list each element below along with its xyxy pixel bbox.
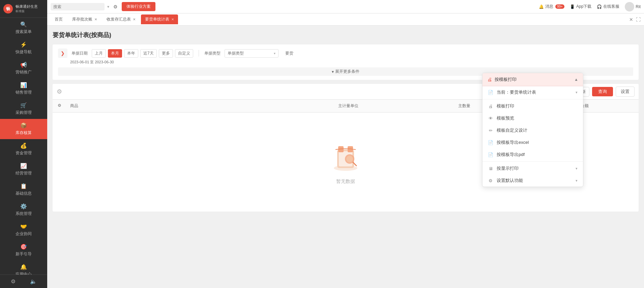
query-btn[interactable]: 查询 — [592, 87, 613, 96]
dropdown-header: 🖨 按模板打印 ▲ — [482, 73, 583, 86]
sidebar-item-guide[interactable]: 🎯 新手引导 — [0, 240, 47, 260]
tab-batch-close[interactable]: ✕ — [94, 18, 97, 21]
template-current-icon: 📄 — [488, 90, 493, 95]
dropdown-current-template[interactable]: 📄 当前：要货单统计表 ▾ — [482, 86, 583, 98]
date-btn-prev-month[interactable]: 上月 — [92, 49, 106, 58]
sidebar-item-marketing[interactable]: 📢 营销推广 — [0, 58, 47, 78]
sidebar-item-search[interactable]: 🔍 搜索菜单 — [0, 18, 47, 38]
tab-order-stats-close[interactable]: ✕ — [171, 18, 174, 21]
system-icon: ⚙️ — [20, 203, 27, 210]
sidebar-item-basic[interactable]: 📋 基础信息 — [0, 180, 47, 200]
dropdown-item-template-preview[interactable]: 👁 模板预览 — [482, 112, 583, 124]
logo-icon: 畅 — [3, 4, 13, 13]
app-download-item[interactable]: 📱 App下载 — [570, 4, 591, 9]
sound-icon[interactable]: 🔈 — [30, 278, 37, 285]
notifications-item[interactable]: 🔔 消息 99+ — [539, 4, 564, 9]
order-status-label: 要货 — [285, 51, 293, 56]
dropdown-collapse-arrow[interactable]: ▲ — [574, 77, 578, 82]
template-print-icon: 🖨 — [488, 104, 493, 109]
search-dropdown-arrow[interactable]: ▾ — [107, 4, 109, 9]
sidebar-item-inventory[interactable]: 📦 库存核算 — [0, 119, 47, 139]
avatar — [625, 2, 634, 11]
order-status-filter: 要货 — [285, 51, 293, 56]
shortcut-icon: ⚡ — [20, 41, 27, 48]
app-name: 畅康通好生意 — [16, 4, 38, 9]
sidebar-item-label: 资金管理 — [16, 150, 32, 156]
topbar-gear-icon[interactable]: ⚙ — [113, 4, 118, 9]
template-preview-icon: 👁 — [488, 116, 493, 121]
sidebar-item-label: 库存核算 — [16, 130, 32, 136]
dropdown-item-template-design[interactable]: ✏ 模板自定义设计 — [482, 124, 583, 136]
sidebar-item-label: 采购管理 — [16, 110, 32, 116]
tab-collection-close[interactable]: ✕ — [133, 18, 136, 21]
sidebar-item-shortcut[interactable]: ⚡ 快捷导航 — [0, 38, 47, 58]
dropdown-default-func-label: 设置默认功能 — [497, 178, 523, 184]
tab-order-stats[interactable]: 要货单统计表 ✕ — [141, 14, 178, 24]
sidebar-item-label: 快捷导航 — [16, 49, 32, 55]
tab-collection-label: 收发存汇总表 — [107, 17, 131, 22]
collab-icon: 🤝 — [20, 223, 27, 230]
tab-batch[interactable]: 库存批次账 ✕ — [68, 14, 101, 24]
dropdown-display-print[interactable]: 🖥 按显示打印 ▾ — [482, 162, 583, 174]
dropdown-item-template-excel[interactable]: 📄 按模板导出excel — [482, 136, 583, 149]
filter-row-1: ❯ 单据日期 上月 本月 本年 近7天 更多 自定义 单据类型 单据类型 ▾ — [58, 49, 633, 58]
col-settings[interactable]: ⚙ — [53, 100, 66, 112]
date-btn-current-year[interactable]: 本年 — [124, 49, 138, 58]
dropdown-default-func[interactable]: ⚙ 设置默认功能 ▾ — [482, 174, 583, 187]
display-print-arrow: ▾ — [576, 166, 578, 171]
dropdown-divider-1 — [482, 99, 583, 99]
user-avatar-item[interactable]: Rit — [625, 2, 641, 11]
sidebar-item-sales[interactable]: 📊 销售管理 — [0, 78, 47, 99]
sidebar-bottom: ⚙ 🔈 — [0, 275, 47, 288]
tabbar-right: ✕ ⛶ — [629, 17, 641, 22]
type-select[interactable]: 单据类型 ▾ — [225, 49, 279, 58]
sidebar-item-finance[interactable]: 💰 资金管理 — [0, 139, 47, 159]
tab-collection[interactable]: 收发存汇总表 ✕ — [103, 14, 140, 24]
headset-icon: 🎧 — [597, 4, 602, 9]
filter-expand-arrow[interactable]: ❯ — [58, 49, 67, 58]
dropdown-item-label: 模板打印 — [497, 103, 514, 109]
online-service-label: 在线客服 — [603, 4, 619, 9]
dropdown-item-template-pdf[interactable]: 📄 按模板导出pdf — [482, 149, 583, 161]
sidebar-item-purchase[interactable]: 🛒 采购管理 — [0, 99, 47, 119]
notification-badge: 99+ — [555, 4, 564, 9]
date-btn-more[interactable]: 更多 — [159, 49, 173, 58]
tab-home[interactable]: 首页 — [51, 14, 67, 24]
date-range-display: 2023-06-01 至 2023-06-30 — [58, 59, 633, 65]
filter-divider — [199, 50, 199, 57]
date-btn-custom[interactable]: 自定义 — [175, 49, 193, 58]
sidebar-item-collab[interactable]: 🤝 企业协同 — [0, 220, 47, 240]
online-service-item[interactable]: 🎧 在线客服 — [597, 4, 619, 9]
phone-icon: 📱 — [570, 4, 575, 9]
industry-btn[interactable]: 体验行业方案 — [122, 2, 155, 11]
template-pdf-icon: 📄 — [488, 152, 493, 157]
search-input[interactable] — [51, 3, 105, 10]
dropdown-current-label: 当前：要货单统计表 — [497, 89, 536, 95]
template-excel-icon: 📄 — [488, 140, 493, 145]
tab-order-stats-label: 要货单统计表 — [145, 17, 169, 22]
type-select-value: 单据类型 — [228, 51, 244, 56]
sidebar-item-operation[interactable]: 📈 经营管理 — [0, 159, 47, 180]
current-template-arrow: ▾ — [576, 90, 578, 95]
settings-bottom-icon[interactable]: ⚙ — [11, 278, 16, 285]
sidebar-item-appstore[interactable]: 🔔 应用中心 — [0, 260, 47, 275]
date-btn-current-month[interactable]: 本月 — [108, 49, 122, 58]
dropdown-print-icon: 🖨 — [487, 77, 492, 82]
sidebar-item-label: 搜索菜单 — [16, 29, 32, 35]
sidebar-item-system[interactable]: ⚙️ 系统管理 — [0, 200, 47, 220]
notifications-label: 消息 — [545, 4, 553, 9]
sidebar-nav: 🔍 搜索菜单 ⚡ 快捷导航 📢 营销推广 📊 销售管理 🛒 采购管理 📦 库存核… — [0, 18, 47, 275]
close-all-icon[interactable]: ✕ — [629, 17, 633, 22]
display-print-icon: 🖥 — [488, 166, 493, 171]
date-btn-7days[interactable]: 近7天 — [140, 49, 157, 58]
sidebar-logo: 畅 畅康通好生意 标准版 — [0, 0, 47, 18]
maximize-icon[interactable]: ⛶ — [636, 17, 641, 22]
col-settings-icon: ⚙ — [58, 103, 61, 108]
sidebar: 畅 畅康通好生意 标准版 🔍 搜索菜单 ⚡ 快捷导航 📢 营销推广 📊 销售管理… — [0, 0, 47, 288]
appstore-icon: 🔔 — [20, 264, 27, 270]
dropdown-item-template-print[interactable]: 🖨 模板打印 — [482, 100, 583, 112]
expand-icon: ▾ — [332, 69, 334, 74]
settings-btn[interactable]: 设置 — [616, 87, 635, 97]
dropdown-divider-2 — [482, 161, 583, 162]
settings-icon[interactable]: ⚙ — [57, 88, 62, 95]
